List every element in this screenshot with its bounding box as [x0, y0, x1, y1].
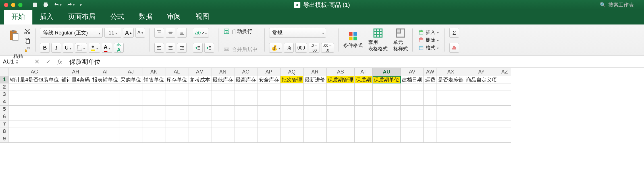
row-header-3[interactable]: 3 — [0, 91, 9, 98]
tab-home[interactable]: 开始 — [4, 9, 32, 24]
cell-AZ9[interactable] — [498, 135, 511, 143]
confirm-formula-icon[interactable]: ✓ — [43, 58, 54, 66]
cell-AV7[interactable] — [401, 120, 424, 128]
cell-AL1[interactable]: 库存单位 — [165, 76, 188, 83]
cell-AK7[interactable] — [142, 120, 165, 128]
cell-AK4[interactable] — [142, 98, 165, 106]
cell-AW3[interactable] — [424, 91, 437, 98]
cell-AO2[interactable] — [234, 83, 257, 91]
cell-AQ1[interactable]: 批次管理 — [281, 76, 304, 83]
cell-AQ4[interactable] — [281, 98, 304, 106]
percent-icon[interactable]: % — [284, 43, 294, 53]
cell-AV1[interactable]: 建档日期 — [401, 76, 424, 83]
cell-AU9[interactable] — [373, 135, 401, 143]
cell-AV5[interactable] — [401, 106, 424, 113]
align-middle-icon[interactable] — [166, 28, 175, 38]
cell-AW1[interactable]: 运费 — [424, 76, 437, 83]
comma-icon[interactable]: 000 — [295, 43, 307, 53]
format-as-table-button[interactable]: 套用 表格格式 — [368, 28, 388, 53]
cell-AZ1[interactable] — [498, 76, 511, 83]
close-window[interactable] — [4, 3, 8, 7]
cell-AS2[interactable] — [327, 83, 355, 91]
cell-AJ8[interactable] — [119, 128, 142, 135]
cell-AL8[interactable] — [165, 128, 188, 135]
col-header-AI[interactable]: AI — [91, 68, 119, 76]
cell-AU3[interactable] — [373, 91, 401, 98]
autosum-icon[interactable]: Σ — [449, 28, 459, 38]
cell-AH9[interactable] — [60, 135, 91, 143]
increase-font-icon[interactable]: A▴ — [123, 28, 134, 38]
cell-AI2[interactable] — [91, 83, 119, 91]
row-header-6[interactable]: 6 — [0, 113, 9, 120]
cell-AH3[interactable] — [60, 91, 91, 98]
wrap-text-button[interactable]: 自动换行 — [223, 28, 260, 35]
underline-button[interactable]: U — [63, 43, 73, 53]
cell-AW4[interactable] — [424, 98, 437, 106]
col-header-AX[interactable]: AX — [437, 68, 465, 76]
cell-AH1[interactable]: 辅计量4条码 — [60, 76, 91, 83]
cell-AY5[interactable] — [465, 106, 498, 113]
cell-AW6[interactable] — [424, 113, 437, 120]
cell-AQ8[interactable] — [281, 128, 304, 135]
cell-AX9[interactable] — [437, 135, 465, 143]
cell-AO3[interactable] — [234, 91, 257, 98]
cell-AM9[interactable] — [188, 135, 211, 143]
cell-AR6[interactable] — [304, 113, 327, 120]
tab-view[interactable]: 视图 — [188, 9, 217, 24]
cell-AX5[interactable] — [437, 106, 465, 113]
cell-AO6[interactable] — [234, 113, 257, 120]
cell-AV8[interactable] — [401, 128, 424, 135]
cell-AU1[interactable]: 保质期单位 — [373, 76, 401, 83]
border-button[interactable] — [75, 43, 87, 53]
cell-AU5[interactable] — [373, 106, 401, 113]
cell-AI3[interactable] — [91, 91, 119, 98]
cell-AY2[interactable] — [465, 83, 498, 91]
cell-AK2[interactable] — [142, 83, 165, 91]
cell-AH5[interactable] — [60, 106, 91, 113]
cell-AM2[interactable] — [188, 83, 211, 91]
delete-cells-button[interactable]: 删除 — [417, 36, 440, 44]
cell-AY9[interactable] — [465, 135, 498, 143]
cell-AK8[interactable] — [142, 128, 165, 135]
col-header-AU[interactable]: AU — [373, 68, 401, 76]
row-header-1[interactable]: 1 — [0, 76, 9, 83]
cell-AK5[interactable] — [142, 106, 165, 113]
cell-AR1[interactable]: 最新进价 — [304, 76, 327, 83]
row-header-7[interactable]: 7 — [0, 120, 9, 128]
undo-icon[interactable]: ▾ — [54, 2, 62, 8]
cell-AP9[interactable] — [257, 135, 281, 143]
cell-AZ2[interactable] — [498, 83, 511, 91]
cell-AH7[interactable] — [60, 120, 91, 128]
cell-AI8[interactable] — [91, 128, 119, 135]
cell-AS1[interactable]: 保质期管理 — [327, 76, 355, 83]
cell-AK1[interactable]: 销售单位 — [142, 76, 165, 83]
cell-AM5[interactable] — [188, 106, 211, 113]
cell-AR9[interactable] — [304, 135, 327, 143]
cell-AV4[interactable] — [401, 98, 424, 106]
cell-styles-button[interactable]: 单元 格样式 — [393, 28, 408, 53]
cell-AM4[interactable] — [188, 98, 211, 106]
col-header-AP[interactable]: AP — [257, 68, 281, 76]
cell-AO5[interactable] — [234, 106, 257, 113]
cell-AG6[interactable] — [9, 113, 60, 120]
cell-AJ5[interactable] — [119, 106, 142, 113]
align-center-icon[interactable] — [166, 43, 175, 53]
increase-decimal-icon[interactable]: .0←.00 — [309, 43, 319, 53]
cell-AX3[interactable] — [437, 91, 465, 98]
cell-AW7[interactable] — [424, 120, 437, 128]
align-left-icon[interactable] — [154, 43, 164, 53]
cell-AQ7[interactable] — [281, 120, 304, 128]
formula-input[interactable]: 保质期单位 — [65, 58, 644, 66]
align-bottom-icon[interactable] — [177, 28, 187, 38]
cell-AM3[interactable] — [188, 91, 211, 98]
save-icon[interactable] — [32, 2, 38, 8]
cell-AV3[interactable] — [401, 91, 424, 98]
cell-AU4[interactable] — [373, 98, 401, 106]
col-header-AJ[interactable]: AJ — [119, 68, 142, 76]
tab-insert[interactable]: 插入 — [32, 9, 61, 24]
namebox-down[interactable]: ▼ — [16, 62, 18, 65]
cell-AJ4[interactable] — [119, 98, 142, 106]
cell-AW8[interactable] — [424, 128, 437, 135]
cell-AK9[interactable] — [142, 135, 165, 143]
cell-AX2[interactable] — [437, 83, 465, 91]
